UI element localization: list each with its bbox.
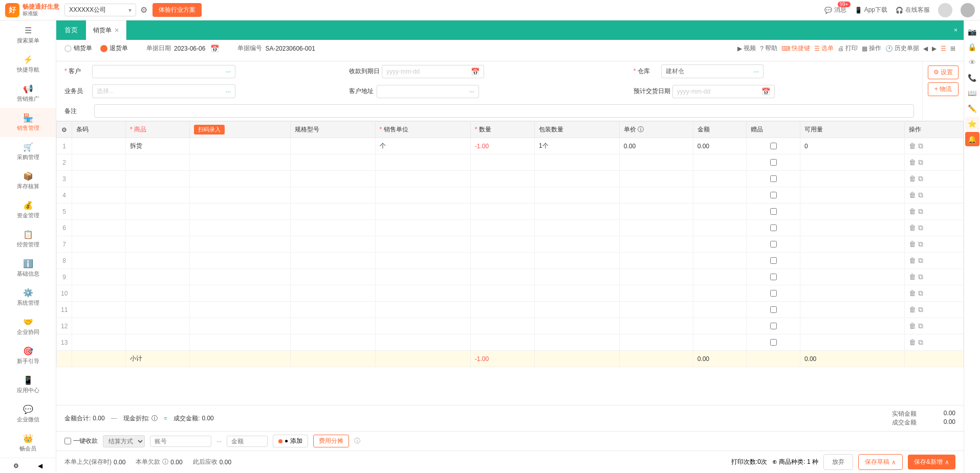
delete-icon[interactable]: 🗑 (909, 289, 916, 298)
prev-btn[interactable]: ◀ (923, 45, 928, 52)
right-panel-bell-icon[interactable]: 🔔 (965, 132, 979, 146)
copy-icon[interactable]: ⧉ (918, 223, 923, 232)
right-panel-eye-icon[interactable]: 👁 (965, 55, 979, 70)
radio-sales-order[interactable]: 销货单 (64, 44, 92, 53)
customer-dots-icon[interactable]: ··· (226, 68, 231, 75)
amount-input[interactable] (227, 436, 268, 447)
calc-method-select[interactable]: 结算方式 (103, 435, 145, 447)
delete-icon[interactable]: 🗑 (909, 174, 916, 183)
save-draft-button[interactable]: 保存草稿 ∧ (858, 454, 903, 470)
copy-icon[interactable]: ⧉ (918, 191, 923, 199)
warehouse-dots-icon[interactable]: ··· (754, 68, 759, 75)
order-no-value[interactable]: SA-20230606-001 (265, 45, 315, 52)
fee-split-button[interactable]: 费用分摊 (313, 435, 349, 447)
tab-sales-order[interactable]: 销货单 × (86, 20, 126, 40)
chevron-up-icon-2[interactable]: ∧ (945, 459, 949, 466)
cash-discount-help[interactable]: ⓘ (151, 414, 158, 423)
save-new-button[interactable]: 保存&新增 ∧ (908, 455, 955, 469)
right-panel-phone-icon[interactable]: 📞 (965, 71, 979, 85)
addr-dots-icon[interactable]: ··· (469, 88, 474, 95)
sidebar-item-guide[interactable]: 🎯 新手引导 (0, 341, 56, 370)
sidebar-item-wechat[interactable]: 💬 企业微信 (0, 399, 56, 429)
sidebar-collapse-icon[interactable]: ◀ (38, 462, 42, 469)
fee-split-help-icon[interactable]: ⓘ (354, 437, 360, 445)
gift-checkbox[interactable] (770, 208, 777, 215)
gift-checkbox[interactable] (770, 192, 777, 198)
gift-checkbox[interactable] (770, 290, 777, 297)
payment-due-input[interactable]: yyyy-mm-dd 📅 (382, 65, 484, 78)
gift-checkbox[interactable] (770, 159, 777, 166)
gift-checkbox[interactable] (770, 175, 777, 182)
list-view-btn[interactable]: ☰ (941, 45, 946, 52)
cell-amount[interactable]: 0.00 (693, 138, 747, 154)
copy-icon[interactable]: ⧉ (918, 322, 923, 330)
customer-input[interactable]: ··· (92, 65, 235, 78)
app-download-button[interactable]: 📱 App下载 (855, 6, 887, 14)
copy-icon[interactable]: ⧉ (918, 256, 923, 265)
sidebar-item-marketing[interactable]: 📢 营销推广 (0, 79, 56, 108)
sidebar-item-sales[interactable]: 🏪 销售管理 (0, 108, 56, 137)
delete-icon[interactable]: 🗑 (909, 240, 916, 249)
sidebar-item-quicknav[interactable]: ⚡ 快捷导航 (0, 50, 56, 79)
payment-checkbox[interactable] (64, 438, 71, 444)
payment-calendar-icon[interactable]: 📅 (471, 67, 480, 76)
one-click-payment-checkbox[interactable]: 一键收款 (64, 437, 98, 445)
chevron-up-icon[interactable]: ∧ (891, 459, 896, 466)
delete-icon[interactable]: 🗑 (909, 305, 916, 314)
sidebar-item-collab[interactable]: 🤝 企业协同 (0, 312, 56, 341)
delete-icon[interactable]: 🗑 (909, 273, 916, 281)
settings-gear-icon[interactable]: ⚙ (140, 5, 147, 15)
gift-checkbox[interactable] (770, 339, 777, 346)
dots-icon[interactable]: ··· (216, 438, 222, 445)
gift-checkbox[interactable] (770, 143, 777, 149)
abandon-button[interactable]: 放弃 (823, 454, 853, 470)
warehouse-input[interactable]: 建材仓 ··· (661, 64, 764, 78)
salesperson-input[interactable]: 选择... ··· (92, 84, 235, 98)
remarks-input[interactable] (94, 104, 914, 118)
cell-pkg-qty[interactable]: 1个 (534, 138, 619, 154)
right-panel-book-icon[interactable]: 📖 (965, 86, 979, 100)
total-owed-help[interactable]: ⓘ (162, 458, 168, 466)
trial-button[interactable]: 体验行业方案 (153, 3, 202, 17)
online-support-button[interactable]: 🎧 在线客服 (896, 6, 930, 14)
right-panel-star-icon[interactable]: ⭐ (965, 117, 979, 131)
add-payment-button[interactable]: ● 添加 (273, 435, 308, 447)
gift-checkbox[interactable] (770, 224, 777, 231)
gift-checkbox[interactable] (770, 241, 777, 247)
tab-close-icon[interactable]: × (115, 26, 119, 34)
cell-gift[interactable] (747, 138, 800, 154)
sidebar-item-system[interactable]: ⚙️ 系统管理 (0, 283, 56, 312)
help-btn[interactable]: ? 帮助 (760, 44, 777, 53)
calendar-icon[interactable]: 📅 (210, 44, 219, 53)
col-gear[interactable]: ⚙ (57, 122, 72, 138)
avatar-2[interactable] (961, 3, 975, 17)
grid-view-btn[interactable]: ⊞ (950, 45, 955, 52)
delete-icon[interactable]: 🗑 (909, 256, 916, 265)
select-btn[interactable]: ☰ 选单 (814, 44, 834, 53)
delivery-date-input[interactable]: yyyy-mm-dd 📅 (672, 85, 775, 98)
tab-home[interactable]: 首页 (56, 20, 86, 40)
copy-icon[interactable]: ⧉ (918, 142, 923, 150)
company-selector[interactable]: XXXXXX公司 ▾ (64, 4, 136, 16)
copy-icon[interactable]: ⧉ (918, 240, 923, 249)
close-all-tabs-button[interactable]: × (948, 20, 964, 40)
gift-checkbox[interactable] (770, 257, 777, 264)
copy-icon[interactable]: ⧉ (918, 207, 923, 216)
copy-icon[interactable]: ⧉ (918, 158, 923, 167)
sidebar-settings-icon[interactable]: ⚙ (13, 462, 19, 469)
delete-icon[interactable]: 🗑 (909, 322, 916, 330)
right-panel-edit-icon[interactable]: ✏️ (965, 101, 979, 116)
account-input[interactable] (150, 436, 211, 447)
history-btn[interactable]: 🕐 历史单据 (885, 44, 919, 53)
gift-checkbox[interactable] (770, 323, 777, 329)
message-button[interactable]: 💬 消息 99+ (824, 6, 846, 14)
delivery-calendar-icon[interactable]: 📅 (761, 87, 770, 96)
cell-unit[interactable]: 个 (375, 138, 470, 154)
customer-addr-input[interactable]: ··· (377, 85, 479, 98)
delete-icon[interactable]: 🗑 (909, 207, 916, 216)
delete-icon[interactable]: 🗑 (909, 158, 916, 167)
salesperson-dots-icon[interactable]: ··· (226, 88, 231, 95)
print-btn[interactable]: 🖨 打印 (838, 44, 858, 53)
delete-icon[interactable]: 🗑 (909, 338, 916, 347)
copy-icon[interactable]: ⧉ (918, 273, 923, 281)
